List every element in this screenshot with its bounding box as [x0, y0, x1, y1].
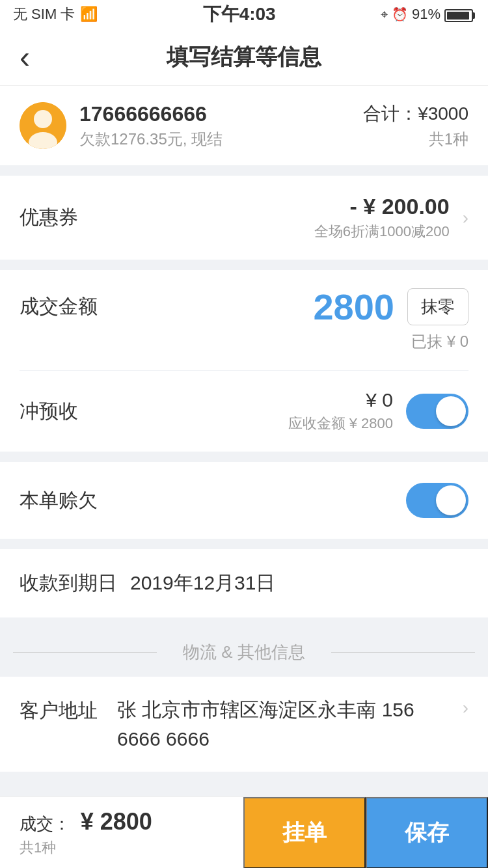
- status-bar: 无 SIM 卡 📶 下午4:03 ⌖ ⏰ 91%: [0, 0, 488, 29]
- coupon-arrow-icon: ›: [463, 208, 468, 228]
- logistics-line-right: [331, 652, 475, 653]
- deal-right: 2800 抹零: [313, 288, 468, 325]
- prepay-right: ¥ 0 应收金额 ¥ 2800: [288, 389, 468, 433]
- debt-toggle[interactable]: [406, 483, 468, 518]
- deal-row: 成交金额 2800 抹零: [20, 288, 468, 325]
- bottom-count: 共1种: [20, 838, 224, 858]
- main-content: 17666666666 欠款1276.35元, 现结 合计：¥3000 共1种 …: [0, 86, 488, 868]
- wifi-icon: 📶: [80, 6, 98, 23]
- customer-total: 合计：¥3000 共1种: [363, 102, 468, 150]
- toggle-thumb: [436, 396, 466, 426]
- avatar-icon: [20, 102, 66, 149]
- save-button[interactable]: 保存: [366, 797, 488, 869]
- nav-bar: ‹ 填写结算等信息: [0, 29, 488, 86]
- customer-row: 17666666666 欠款1276.35元, 现结 合计：¥3000 共1种: [0, 86, 488, 165]
- avatar: [20, 102, 66, 149]
- status-left: 无 SIM 卡 📶: [13, 5, 98, 24]
- duedate-value: 2019年12月31日: [130, 570, 275, 597]
- deal-amount-value: 2800: [313, 289, 394, 325]
- deal-amount-row: 成交金额 2800 抹零 已抹 ¥ 0: [0, 270, 488, 370]
- prepay-amount: ¥ 0 应收金额 ¥ 2800: [288, 389, 393, 433]
- total-count: 共1种: [363, 129, 468, 150]
- bottom-bar: 成交： ¥ 2800 共1种 挂单 保存: [0, 796, 488, 868]
- address-row[interactable]: 客户地址 张 北京市市辖区海淀区永丰南 156 6666 6666 ›: [0, 677, 488, 772]
- prepay-label: 冲预收: [20, 398, 78, 425]
- duedate-row: 收款到期日 2019年12月31日: [0, 549, 488, 617]
- hang-order-button[interactable]: 挂单: [243, 797, 366, 869]
- coupon-right: - ¥ 200.00 全场6折满1000减200 ›: [314, 194, 468, 241]
- address-label: 客户地址: [20, 695, 98, 724]
- battery-percent: 91%: [412, 6, 441, 23]
- prepay-sub: 应收金额 ¥ 2800: [288, 414, 393, 433]
- bottom-total: 成交： ¥ 2800 共1种: [0, 808, 243, 858]
- coupon-right-col: - ¥ 200.00 全场6折满1000减200: [314, 194, 450, 241]
- page-title: 填写结算等信息: [167, 42, 321, 72]
- logistics-header: 物流 & 其他信息: [0, 628, 488, 677]
- logistics-line-left: [13, 652, 157, 653]
- status-right: ⌖ ⏰ 91%: [381, 5, 475, 23]
- deal-sub-text: 已抹 ¥ 0: [411, 332, 468, 350]
- coupon-label: 优惠券: [20, 204, 78, 231]
- customer-left: 17666666666 欠款1276.35元, 现结: [20, 102, 223, 150]
- status-time: 下午4:03: [203, 2, 276, 27]
- deal-sub: 已抹 ¥ 0: [20, 331, 468, 352]
- prepay-toggle[interactable]: [406, 394, 468, 429]
- total-amount: 合计：¥3000: [363, 102, 468, 126]
- duedate-label: 收款到期日: [20, 570, 117, 597]
- bottom-deal-label: 成交：: [20, 814, 70, 834]
- coupon-discount: - ¥ 200.00: [314, 194, 450, 219]
- alarm-icon: ⏰: [392, 7, 408, 22]
- round-zero-button[interactable]: 抹零: [407, 288, 468, 325]
- prepay-row: 冲预收 ¥ 0 应收金额 ¥ 2800: [0, 371, 488, 452]
- customer-debt: 欠款1276.35元, 现结: [79, 129, 223, 150]
- back-button[interactable]: ‹: [20, 39, 59, 75]
- battery-icon: [444, 5, 475, 23]
- coupon-desc: 全场6折满1000减200: [314, 222, 450, 241]
- svg-point-1: [34, 110, 52, 128]
- coupon-row[interactable]: 优惠券 - ¥ 200.00 全场6折满1000减200 ›: [0, 176, 488, 260]
- logistics-title: 物流 & 其他信息: [183, 641, 305, 664]
- bottom-deal-amount: ¥ 2800: [81, 808, 152, 835]
- customer-info: 17666666666 欠款1276.35元, 现结: [79, 102, 223, 150]
- debt-label: 本单赊欠: [20, 487, 98, 514]
- address-arrow-icon: ›: [463, 695, 468, 718]
- prepay-value: ¥ 0: [288, 389, 393, 411]
- debt-row: 本单赊欠: [0, 462, 488, 539]
- debt-toggle-thumb: [436, 485, 466, 515]
- deal-section: 成交金额 2800 抹零 已抹 ¥ 0 冲预收 ¥ 0 应收金额 ¥ 2800: [0, 270, 488, 452]
- customer-phone: 17666666666: [79, 102, 223, 126]
- no-sim-text: 无 SIM 卡: [13, 5, 75, 24]
- bottom-deal-row: 成交： ¥ 2800: [20, 808, 224, 835]
- location-icon: ⌖: [381, 7, 388, 22]
- deal-label: 成交金额: [20, 293, 98, 320]
- address-value: 张 北京市市辖区海淀区永丰南 156 6666 6666: [117, 695, 456, 753]
